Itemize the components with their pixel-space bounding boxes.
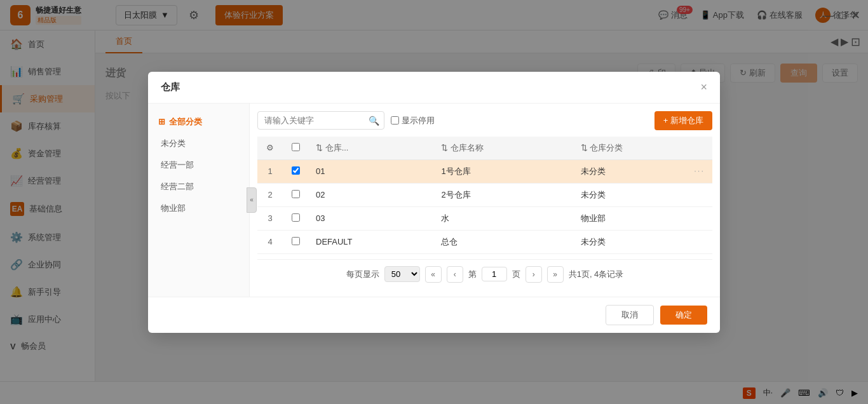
table-row[interactable]: 4 DEFAULT 总仓 未分类 (257, 230, 712, 253)
select-all-checkbox[interactable] (292, 143, 300, 151)
row-code: 03 (308, 206, 433, 230)
row-checkbox[interactable] (292, 213, 300, 222)
confirm-button[interactable]: 确定 (660, 306, 707, 325)
cat-item-dept2[interactable]: 经营二部 (148, 176, 249, 198)
th-checkbox (283, 137, 308, 160)
collapse-sidebar-button[interactable]: « (247, 187, 257, 213)
cat-item-property[interactable]: 物业部 (148, 198, 249, 219)
row-checkbox-cell (283, 183, 308, 206)
row-name: 水 (433, 206, 573, 230)
row-code: DEFAULT (308, 230, 433, 253)
sort-icon-name: ⇅ (441, 143, 448, 152)
row-checkbox[interactable] (292, 166, 300, 175)
cat-item-unclassified[interactable]: 未分类 (148, 133, 249, 154)
row-category: 未分类 (573, 230, 712, 253)
warehouse-table: ⚙ ⇅ 仓库... ⇅ (257, 137, 712, 254)
cat-item-dept1[interactable]: 经营一部 (148, 154, 249, 176)
th-name: ⇅ 仓库名称 (433, 137, 573, 160)
table-row[interactable]: 2 02 2号仓库 未分类 (257, 183, 712, 206)
row-num: 1 (257, 159, 283, 183)
row-checkbox-cell (283, 206, 308, 230)
modal-footer: 取消 确定 (148, 297, 720, 333)
th-category: ⇅ 仓库分类 (573, 137, 712, 160)
th-num: ⚙ (257, 137, 283, 160)
first-page-button[interactable]: « (425, 266, 442, 283)
modal-header: 仓库 × (148, 72, 720, 104)
category-sidebar: ⊞ 全部分类 未分类 经营一部 经营二部 物业部 « (148, 104, 250, 297)
pagination: 每页显示 50 20 100 « ‹ 第 页 › » 共1页, 4条记录 (257, 259, 712, 289)
row-name: 1号仓库 (433, 159, 573, 183)
row-num: 4 (257, 230, 283, 253)
disabled-checkbox[interactable] (391, 116, 399, 125)
gear-header-icon: ⚙ (266, 143, 274, 152)
modal-overlay[interactable]: 仓库 × ⊞ 全部分类 未分类 经营一部 经营二部 物业部 « (0, 0, 868, 404)
row-num: 3 (257, 206, 283, 230)
prev-page-button[interactable]: ‹ (447, 266, 463, 283)
row-name: 2号仓库 (433, 183, 573, 206)
show-disabled-checkbox[interactable]: 显示停用 (391, 115, 435, 126)
sort-icon-category: ⇅ (581, 143, 588, 152)
per-page-select[interactable]: 50 20 100 (384, 266, 420, 282)
cancel-button[interactable]: 取消 (606, 305, 654, 325)
row-checkbox-cell (283, 230, 308, 253)
table-body: 1 01 1号仓库 未分类··· 2 02 2号仓库 未分类 3 03 水 物业… (257, 159, 712, 253)
row-checkbox-cell (283, 159, 308, 183)
row-category: 未分类··· (573, 159, 712, 183)
table-header: ⚙ ⇅ 仓库... ⇅ (257, 137, 712, 160)
collapse-arrow-icon: « (250, 196, 254, 203)
next-page-button[interactable]: › (526, 266, 542, 283)
th-code: ⇅ 仓库... (308, 137, 433, 160)
warehouse-modal: 仓库 × ⊞ 全部分类 未分类 经营一部 经营二部 物业部 « (148, 72, 720, 333)
table-container: ⚙ ⇅ 仓库... ⇅ (257, 137, 712, 254)
row-category: 未分类 (573, 183, 712, 206)
all-categories-item[interactable]: ⊞ 全部分类 (148, 111, 249, 133)
row-checkbox[interactable] (292, 190, 300, 198)
row-checkbox[interactable] (292, 237, 300, 245)
modal-title: 仓库 (161, 81, 180, 93)
sort-icon-code: ⇅ (316, 143, 323, 152)
search-icon[interactable]: 🔍 (369, 116, 379, 126)
search-input[interactable] (257, 111, 384, 130)
table-row[interactable]: 1 01 1号仓库 未分类··· (257, 159, 712, 183)
row-actions[interactable]: ··· (694, 166, 705, 175)
search-wrap: 🔍 (257, 111, 384, 130)
row-code: 02 (308, 183, 433, 206)
table-area: 🔍 显示停用 + 新增仓库 ⚙ (250, 104, 720, 297)
last-page-button[interactable]: » (547, 266, 564, 283)
table-toolbar: 🔍 显示停用 + 新增仓库 (257, 111, 712, 130)
add-warehouse-button[interactable]: + 新增仓库 (654, 111, 712, 130)
modal-body: ⊞ 全部分类 未分类 经营一部 经营二部 物业部 « 🔍 (148, 104, 720, 297)
row-category: 物业部 (573, 206, 712, 230)
row-name: 总仓 (433, 230, 573, 253)
table-row[interactable]: 3 03 水 物业部 (257, 206, 712, 230)
grid-icon: ⊞ (158, 117, 165, 126)
page-number-input[interactable] (482, 267, 507, 281)
row-num: 2 (257, 183, 283, 206)
row-code: 01 (308, 159, 433, 183)
modal-close-button[interactable]: × (700, 81, 707, 94)
